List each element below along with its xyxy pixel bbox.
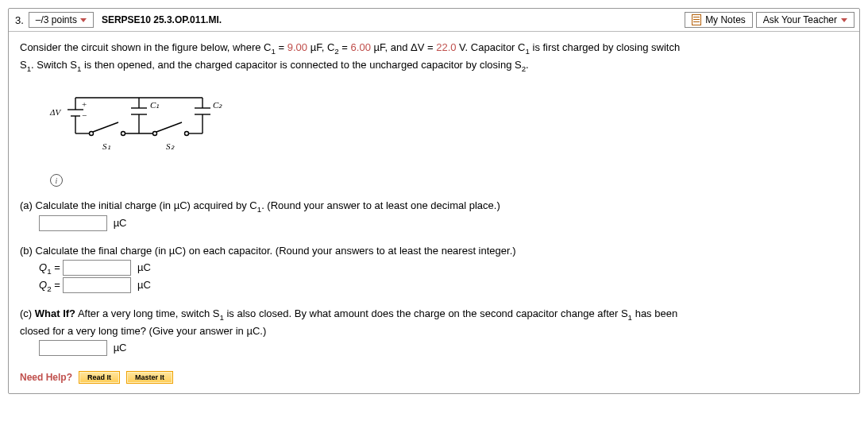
t: = bbox=[52, 279, 64, 291]
question-container: 3. –/3 points SERPSE10 25.3.OP.011.MI. M… bbox=[8, 8, 860, 394]
value-c1: 9.00 bbox=[287, 41, 307, 53]
ask-teacher-label: Ask Your Teacher bbox=[763, 14, 837, 25]
part-b: (b) Calculate the final charge (in µC) o… bbox=[20, 243, 848, 295]
t: = bbox=[276, 41, 287, 53]
t: = bbox=[52, 261, 64, 273]
t: closed for a very long time? (Give your … bbox=[20, 325, 266, 337]
question-header: 3. –/3 points SERPSE10 25.3.OP.011.MI. M… bbox=[9, 9, 859, 32]
t: has been bbox=[632, 307, 677, 319]
t: Q bbox=[39, 279, 47, 291]
fig-c2: C₂ bbox=[213, 100, 222, 110]
t: (b) Calculate the final charge (in µC) o… bbox=[20, 245, 516, 257]
t: µF, and ΔV = bbox=[371, 41, 436, 53]
part-b-q2-input[interactable] bbox=[63, 277, 131, 293]
info-icon[interactable]: i bbox=[50, 174, 63, 187]
svg-line-21 bbox=[156, 122, 182, 132]
t: Q bbox=[39, 261, 47, 273]
part-a: (a) Calculate the initial charge (in µC)… bbox=[20, 198, 848, 232]
question-number: 3. bbox=[14, 14, 29, 26]
what-if: What If? bbox=[35, 307, 75, 319]
circuit-figure: + − ΔV C₁ C₂ S₁ S₂ i bbox=[44, 86, 848, 187]
part-a-input[interactable] bbox=[39, 215, 107, 231]
t: . Switch S bbox=[31, 59, 77, 71]
help-row: Need Help? Read It Master It bbox=[20, 371, 848, 384]
unit: µC bbox=[137, 279, 151, 291]
read-it-button[interactable]: Read It bbox=[79, 371, 120, 384]
unit: µC bbox=[114, 217, 127, 229]
t: After a very long time, switch S bbox=[75, 307, 219, 319]
value-dv: 22.0 bbox=[436, 41, 456, 53]
ask-teacher-button[interactable]: Ask Your Teacher bbox=[756, 12, 854, 28]
fig-s2: S₂ bbox=[166, 141, 175, 151]
value-c2: 6.00 bbox=[351, 41, 371, 53]
t: is then opened, and the charged capacito… bbox=[81, 59, 521, 71]
my-notes-label: My Notes bbox=[705, 14, 746, 25]
assignment-id: SERPSE10 25.3.OP.011.MI. bbox=[102, 14, 222, 25]
t: is also closed. By what amount does the … bbox=[224, 307, 628, 319]
chevron-down-icon bbox=[841, 18, 847, 22]
t: (c) bbox=[20, 307, 35, 319]
points-label: –/3 points bbox=[36, 14, 77, 25]
fig-c1: C₁ bbox=[150, 100, 159, 110]
t: . bbox=[526, 59, 529, 71]
svg-point-16 bbox=[90, 132, 94, 136]
unit: µC bbox=[114, 342, 127, 354]
part-b-q1-input[interactable] bbox=[63, 260, 131, 276]
part-c-input[interactable] bbox=[39, 340, 107, 356]
t: . (Round your answer to at least one dec… bbox=[261, 199, 500, 211]
question-body: Consider the circuit shown in the figure… bbox=[9, 32, 859, 393]
fig-minus: − bbox=[82, 110, 87, 120]
fig-s1: S₁ bbox=[102, 141, 110, 151]
svg-line-18 bbox=[93, 122, 118, 132]
need-help-label: Need Help? bbox=[20, 372, 72, 383]
t: µF, C bbox=[307, 41, 334, 53]
part-c: (c) What If? After a very long time, swi… bbox=[20, 306, 848, 357]
my-notes-button[interactable]: My Notes bbox=[685, 12, 753, 28]
svg-point-19 bbox=[153, 132, 157, 136]
t: is first charged by closing switch bbox=[530, 41, 680, 53]
svg-point-20 bbox=[185, 132, 189, 136]
chevron-down-icon bbox=[80, 18, 87, 22]
points-dropdown[interactable]: –/3 points bbox=[29, 12, 94, 28]
intro-text: Consider the circuit shown in the figure… bbox=[20, 40, 848, 75]
svg-point-17 bbox=[122, 132, 125, 136]
unit: µC bbox=[137, 261, 151, 273]
t: S bbox=[20, 59, 27, 71]
t: = bbox=[339, 41, 351, 53]
t: V. Capacitor C bbox=[457, 41, 526, 53]
fig-plus: + bbox=[82, 99, 87, 109]
t: Consider the circuit shown in the figure… bbox=[20, 41, 272, 53]
master-it-button[interactable]: Master It bbox=[126, 371, 173, 384]
fig-dv: ΔV bbox=[49, 107, 61, 117]
note-icon bbox=[692, 14, 701, 25]
t: (a) Calculate the initial charge (in µC)… bbox=[20, 199, 257, 211]
